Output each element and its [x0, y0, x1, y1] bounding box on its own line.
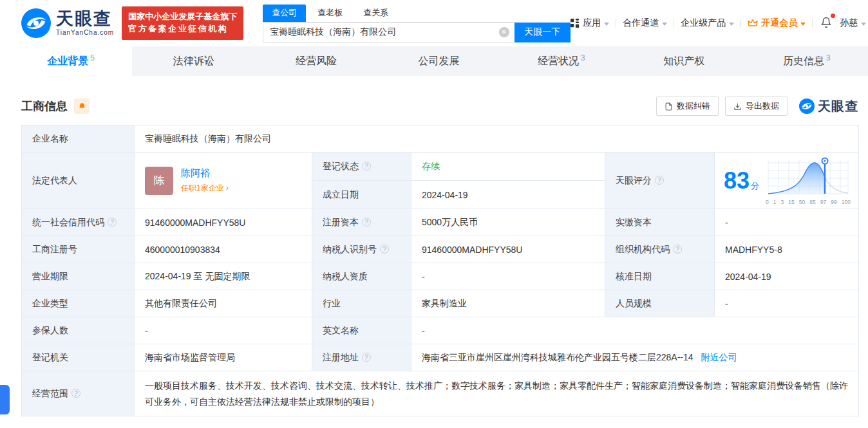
english-name-value: -	[411, 317, 859, 344]
clear-input-icon[interactable]	[499, 27, 509, 37]
tianyancha-watermark: 天眼查	[799, 98, 858, 115]
tab-label: 知识产权	[663, 55, 704, 68]
credit-code-value: 91460000MADHFYY58U	[135, 209, 312, 236]
nav-vip-membership[interactable]: 开通会员	[748, 17, 806, 29]
tianyancha-logo[interactable]: 天眼查 TianYanCha.com	[21, 8, 114, 38]
table-row: 参保人数 - 英文名称 -	[22, 317, 859, 344]
notifications-bell[interactable]	[819, 16, 833, 31]
business-info-table: 企业名称 宝褥睡眠科技（海南）有限公司 法定代表人 陈 陈阿裕 任职1家企业 登…	[21, 125, 859, 416]
table-row: 企业类型 其他有限责任公司 行业 家具制造业 人员规模 -	[22, 290, 859, 317]
table-row: 经营范围 一般项目技术服务、技术开发、技术咨询、技术交流、技术转让、技术推广；数…	[22, 371, 859, 416]
industry-value: 家具制造业	[411, 290, 605, 317]
company-type-label: 企业类型	[22, 290, 135, 317]
approval-date-label: 核准日期	[605, 263, 715, 290]
staff-size-label: 人员规模	[605, 290, 715, 317]
label-text: 组织机构代码	[616, 244, 670, 254]
nav-divider	[812, 19, 813, 28]
taxpayer-id-value: 91460000MADHFYY58U	[411, 236, 605, 263]
export-data-button[interactable]: 导出数据	[725, 97, 788, 116]
tab-legal-proceedings[interactable]: 法律诉讼	[132, 46, 254, 76]
company-name-label: 企业名称	[22, 126, 135, 153]
reg-authority-label: 登记机关	[22, 344, 135, 371]
search-input[interactable]	[263, 23, 514, 42]
help-icon[interactable]	[108, 218, 117, 227]
score-distribution-chart: 0131550859799100	[766, 156, 851, 205]
label-text: 注册地址	[323, 352, 359, 362]
nav-divider	[674, 19, 674, 28]
legal-rep-avatar[interactable]: 陈	[145, 167, 173, 195]
chevron-down-icon	[662, 23, 667, 26]
table-row: 统一社会信用代码 91460000MADHFYY58U 注册资本 5000万人民…	[22, 209, 859, 236]
subscribe-bell-button[interactable]	[74, 98, 90, 114]
label-text: 纳税人识别号	[323, 244, 377, 254]
username: 孙慈	[840, 17, 858, 29]
taxpayer-quality-label: 纳税人资质	[312, 263, 411, 290]
search-button[interactable]: 天眼一下	[514, 23, 571, 42]
company-section-tabs: 企业背景5 法律诉讼 经营风险 公司发展 经营状况3 知识产权 历史信息3	[10, 46, 868, 76]
side-float-widget[interactable]	[0, 385, 10, 414]
logo-domain: TianYanCha.com	[56, 30, 114, 36]
data-correction-button[interactable]: 数据纠错	[656, 97, 719, 116]
tab-label: 企业背景	[47, 55, 88, 68]
search-tab-relation[interactable]: 查关系	[354, 5, 397, 22]
help-icon[interactable]	[362, 353, 371, 362]
help-icon[interactable]	[362, 162, 371, 171]
legal-rep-companies-link[interactable]: 任职1家企业	[181, 183, 229, 194]
nav-apps[interactable]: 应用	[571, 17, 609, 29]
help-icon[interactable]	[673, 245, 682, 254]
reg-address-cell: 海南省三亚市崖州区崖州湾科技城雅布伦产业园五号楼二层228A--14 附近公司	[411, 344, 859, 371]
tab-operating-status[interactable]: 经营状况3	[500, 46, 623, 76]
label-text: 注册资本	[323, 217, 359, 227]
tab-company-development[interactable]: 公司发展	[377, 46, 500, 76]
reg-address-value: 海南省三亚市崖州区崖州湾科技城雅布伦产业园五号楼二层228A--14	[422, 352, 693, 362]
bell-icon	[78, 102, 86, 111]
nav-enterprise-products[interactable]: 企业级产品	[681, 17, 734, 29]
nav-cooperation[interactable]: 合作通道	[623, 17, 667, 29]
logo-text: 天眼查	[56, 10, 114, 28]
score-cell: 83分	[715, 153, 859, 209]
search-tab-company[interactable]: 查公司	[263, 5, 306, 22]
reg-number-label: 工商注册号	[22, 236, 135, 263]
help-icon[interactable]	[71, 389, 80, 398]
chevron-down-icon	[800, 23, 806, 26]
tab-label: 历史信息	[783, 55, 824, 68]
score-value: 83	[724, 167, 750, 194]
table-row: 工商注册号 460000010903834 纳税人识别号 91460000MAD…	[22, 236, 859, 263]
label-text: 登记状态	[323, 161, 359, 171]
business-term-value: 2024-04-19 至 无固定期限	[135, 263, 312, 290]
insured-count-value: -	[135, 317, 312, 344]
business-scope-value: 一般项目技术服务、技术开发、技术咨询、技术交流、技术转让、技术推广；数字技术服务…	[135, 371, 859, 416]
tianyancha-logo-icon	[799, 98, 815, 114]
tab-operation-risk[interactable]: 经营风险	[255, 46, 377, 76]
apps-grid-icon	[571, 19, 580, 28]
nav-user-account[interactable]: 孙慈	[840, 17, 866, 29]
tab-history-info[interactable]: 历史信息3	[746, 46, 868, 76]
bell-icon	[820, 16, 832, 29]
reg-capital-label: 注册资本	[312, 209, 411, 236]
approval-date-value: 2024-04-19	[715, 263, 859, 290]
document-icon	[665, 102, 673, 111]
tab-label: 法律诉讼	[173, 55, 214, 68]
help-icon[interactable]	[362, 218, 371, 227]
tab-intellectual-property[interactable]: 知识产权	[623, 46, 745, 76]
tab-label: 公司发展	[418, 55, 459, 68]
nearby-companies-link[interactable]: 附近公司	[701, 352, 737, 362]
paid-capital-label: 实缴资本	[605, 209, 715, 236]
reg-address-label: 注册地址	[312, 344, 411, 371]
legal-rep-cell: 陈 陈阿裕 任职1家企业	[135, 153, 312, 209]
tab-company-background[interactable]: 企业背景5	[10, 46, 132, 76]
chevron-down-icon	[861, 23, 866, 26]
tab-label: 经营风险	[296, 55, 337, 68]
business-term-label: 营业期限	[22, 263, 135, 290]
credit-code-label: 统一社会信用代码	[22, 209, 135, 236]
reg-status-value: 存续	[411, 153, 605, 181]
search-tabs: 查公司 查老板 查关系	[263, 5, 515, 23]
nav-apps-label: 应用	[583, 17, 601, 29]
legal-rep-name-link[interactable]: 陈阿裕	[181, 167, 229, 180]
staff-size-value: -	[715, 290, 859, 317]
help-icon[interactable]	[655, 176, 664, 185]
help-icon[interactable]	[380, 245, 389, 254]
search-tab-boss[interactable]: 查老板	[308, 5, 352, 22]
top-nav: 应用 合作通道 企业级产品 开通会员	[571, 16, 866, 31]
nav-cooperation-label: 合作通道	[623, 17, 659, 29]
